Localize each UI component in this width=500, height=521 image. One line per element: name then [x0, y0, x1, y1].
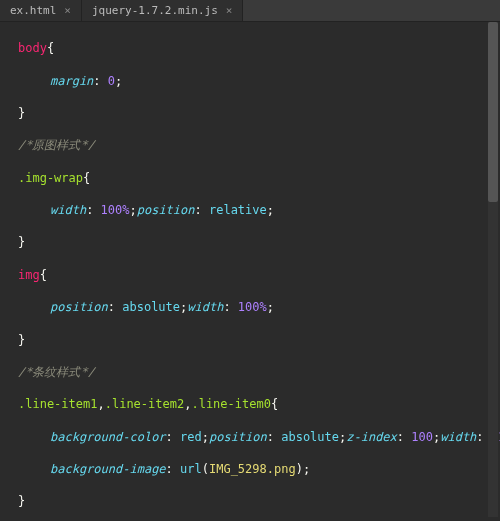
tab-label: jquery-1.7.2.min.js — [92, 4, 218, 17]
code-token: 100 — [411, 430, 433, 444]
code-token: .img-wrap — [18, 171, 83, 185]
code-token: 100% — [238, 300, 267, 314]
code-token: ; — [202, 430, 209, 444]
code-token: : — [223, 300, 237, 314]
code-token: : — [166, 462, 180, 476]
code-token: { — [47, 41, 54, 55]
code-token: background-color — [50, 430, 166, 444]
code-token: position — [137, 203, 195, 217]
code-editor[interactable]: body{ margin: 0; } /*原图样式*/ .img-wrap{ w… — [0, 22, 500, 521]
code-token: ; — [303, 462, 310, 476]
code-token: ) — [296, 462, 303, 476]
code-token: } — [18, 333, 25, 347]
code-token: position — [209, 430, 267, 444]
tab-bar: ex.html × jquery-1.7.2.min.js × — [0, 0, 500, 22]
code-token: width — [440, 430, 476, 444]
code-token: ( — [202, 462, 209, 476]
code-token: relative — [209, 203, 267, 217]
close-icon[interactable]: × — [226, 4, 233, 17]
code-token: } — [18, 494, 25, 508]
code-token: : — [86, 203, 100, 217]
code-token: margin — [50, 74, 93, 88]
code-token: position — [50, 300, 108, 314]
code-token: 100% — [101, 203, 130, 217]
code-token: .line-item2 — [105, 397, 184, 411]
code-token: { — [40, 268, 47, 282]
code-token: red — [180, 430, 202, 444]
code-token: body — [18, 41, 47, 55]
code-token: : — [267, 430, 281, 444]
tab-label: ex.html — [10, 4, 56, 17]
tab-ex-html[interactable]: ex.html × — [0, 0, 82, 21]
close-icon[interactable]: × — [64, 4, 71, 17]
code-token: { — [271, 397, 278, 411]
code-token: ; — [129, 203, 136, 217]
code-token: 0 — [108, 74, 115, 88]
code-comment: /*条纹样式*/ — [18, 365, 95, 379]
code-token: } — [18, 106, 25, 120]
code-token: ; — [267, 203, 274, 217]
code-token: : — [93, 74, 107, 88]
code-token: ; — [267, 300, 274, 314]
code-token: absolute — [122, 300, 180, 314]
code-token: absolute — [281, 430, 339, 444]
code-token: .line-item1 — [18, 397, 97, 411]
code-token: width — [187, 300, 223, 314]
code-token: , — [97, 397, 104, 411]
code-token: } — [18, 235, 25, 249]
code-token: IMG_5298.png — [209, 462, 296, 476]
code-comment: /*原图样式*/ — [18, 138, 95, 152]
code-token: { — [83, 171, 90, 185]
scrollbar-thumb[interactable] — [488, 22, 498, 202]
code-token: img — [18, 268, 40, 282]
code-token: : — [166, 430, 180, 444]
scrollbar-vertical[interactable] — [488, 22, 498, 517]
code-token: : — [397, 430, 411, 444]
code-token: z-index — [346, 430, 397, 444]
code-token: width — [50, 203, 86, 217]
code-token: : — [195, 203, 209, 217]
code-token: .line-item0 — [191, 397, 270, 411]
code-token: : — [108, 300, 122, 314]
code-token: background-image — [50, 462, 166, 476]
code-token: ; — [115, 74, 122, 88]
tab-jquery[interactable]: jquery-1.7.2.min.js × — [82, 0, 243, 21]
code-token: url — [180, 462, 202, 476]
